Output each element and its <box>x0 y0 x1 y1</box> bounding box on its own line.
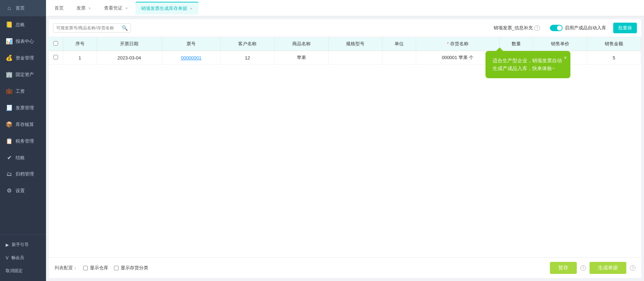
tab-voucher-close[interactable]: × <box>125 5 128 11</box>
pin-label: 取消固定 <box>6 268 23 274</box>
assets-icon: 🏢 <box>6 71 13 78</box>
show-warehouse-label: 显示仓库 <box>90 265 108 271</box>
tooltip-arrow <box>496 47 503 51</box>
row-customer: 12 <box>220 51 275 65</box>
tab-voucher[interactable]: 查看凭证 × <box>98 2 134 15</box>
sidebar-item-settings[interactable]: ⚙ 设置 <box>0 182 46 199</box>
payroll-icon: 💼 <box>6 88 13 94</box>
header-date: 开票日期 <box>97 37 162 51</box>
sidebar-item-label: 税务管理 <box>16 138 34 144</box>
tooltip-close-button[interactable]: × <box>564 54 567 62</box>
sidebar-item-label: 总账 <box>16 22 25 28</box>
sidebar-item-home[interactable]: ⌂ 首页 <box>0 0 46 16</box>
tab-generate[interactable]: 销项发票生成库存单据 × <box>136 2 199 15</box>
row-unit <box>383 51 416 65</box>
sidebar-item-invoice[interactable]: 🧾 发票管理 <box>0 99 46 116</box>
show-category-label: 显示存货分类 <box>121 265 148 271</box>
header-customer: 客户名称 <box>220 37 275 51</box>
sidebar-item-report[interactable]: 📊 报表中心 <box>0 33 46 50</box>
sidebar-bottom: ▶ 新手引导 V 畅会员 取消固定 <box>0 234 46 281</box>
sidebar-item-label: 设置 <box>16 188 25 194</box>
ticket-link[interactable]: 00000001 <box>181 55 201 61</box>
sidebar-item-tax[interactable]: 📋 税务管理 <box>0 133 46 149</box>
header-unit-price: 销售单价 <box>533 37 587 51</box>
tab-generate-close[interactable]: × <box>189 6 193 11</box>
sidebar-item-member[interactable]: V 畅会员 <box>0 251 46 264</box>
row-product: 苹果 <box>275 51 329 65</box>
sidebar-item-payroll[interactable]: 💼 工资 <box>0 83 46 99</box>
member-icon: V <box>6 256 8 260</box>
row-checkbox-cell <box>49 51 63 65</box>
sidebar-item-assets[interactable]: 🏢 固定资产 <box>0 66 46 83</box>
sidebar-item-funds[interactable]: 💰 资金管理 <box>0 50 46 66</box>
footer-config-label: 列表配置： <box>54 265 77 271</box>
tooltip-popup: × 适合生产型企业，销项发票自动生成产成品入库，快来体验~ <box>485 51 570 78</box>
batch-button[interactable]: 批量操 <box>613 23 637 33</box>
row-seq: 1 <box>63 51 97 65</box>
search-box[interactable]: 🔍 <box>53 23 131 33</box>
row-ticket-no[interactable]: 00000001 <box>162 51 220 65</box>
main-area: 首页 发票 × 查看凭证 × 销项发票生成库存单据 × 🔍 销项发票_信息补充 … <box>46 0 644 281</box>
sidebar-item-label: 畅会员 <box>11 255 24 261</box>
generate-button[interactable]: 生成单据 <box>590 262 626 274</box>
table-header-row: 序号 开票日期 票号 客户名称 商品名称 规格型号 单位 * 存货名称 数量 销… <box>49 37 641 51</box>
tab-voucher-label: 查看凭证 <box>104 5 122 11</box>
archive-icon: 🗂 <box>6 171 13 177</box>
toolbar: 🔍 销项发票_信息补充 ? 启用产成品自动入库 批量操 <box>49 19 641 37</box>
sidebar-item-guide[interactable]: ▶ 新手引导 <box>0 238 46 251</box>
auto-warehouse-toggle[interactable] <box>550 25 563 31</box>
toggle-knob <box>557 25 562 30</box>
home-icon: ⌂ <box>6 5 13 11</box>
tab-invoice[interactable]: 发票 × <box>71 2 97 15</box>
sidebar-item-label: 资金管理 <box>16 55 34 61</box>
sidebar-item-label: 新手引导 <box>12 242 29 248</box>
search-input[interactable] <box>56 25 120 30</box>
report-icon: 📊 <box>6 38 13 45</box>
select-all-checkbox[interactable] <box>53 41 58 46</box>
sidebar-item-label: 库存核算 <box>16 121 34 128</box>
save-help-icon[interactable]: ? <box>580 265 586 271</box>
show-warehouse-checkbox[interactable]: 显示仓库 <box>83 265 108 271</box>
invoice-icon: 🧾 <box>6 104 13 111</box>
tab-generate-label: 销项发票生成库存单据 <box>141 5 187 12</box>
info-text: 销项发票_信息补充 <box>494 25 533 31</box>
tab-home[interactable]: 首页 <box>49 2 69 15</box>
row-checkbox[interactable] <box>53 55 58 59</box>
header-ticket-no: 票号 <box>162 37 220 51</box>
tooltip-text: 适合生产型企业，销项发票自动生成产成品入库，快来体验~ <box>493 58 562 71</box>
sidebar-item-label: 首页 <box>16 5 25 11</box>
show-warehouse-input[interactable] <box>83 266 88 270</box>
sidebar-item-label: 工资 <box>16 88 25 94</box>
tab-home-label: 首页 <box>54 5 64 11</box>
header-model: 规格型号 <box>328 37 383 51</box>
save-button[interactable]: 暂存 <box>550 262 577 274</box>
header-inventory: * 存货名称 <box>416 37 500 51</box>
row-model <box>328 51 383 65</box>
info-icon[interactable]: ? <box>534 25 540 31</box>
page-content: 🔍 销项发票_信息补充 ? 启用产成品自动入库 批量操 <box>49 19 641 278</box>
sidebar-item-label: 固定资产 <box>16 71 34 78</box>
sidebar-item-archive[interactable]: 🗂 归档管理 <box>0 166 46 182</box>
pin-button[interactable]: 取消固定 <box>0 264 46 277</box>
tab-invoice-label: 发票 <box>76 5 86 11</box>
tab-bar: 首页 发票 × 查看凭证 × 销项发票生成库存单据 × <box>46 0 644 16</box>
footer: 列表配置： 显示仓库 显示存货分类 暂存 ? 生成单据 ? <box>49 257 641 278</box>
show-category-checkbox[interactable]: 显示存货分类 <box>114 265 148 271</box>
settle-icon: ✔ <box>6 154 13 161</box>
generate-help-icon[interactable]: ? <box>630 265 636 271</box>
sidebar-item-inventory[interactable]: 📦 库存核算 <box>0 116 46 133</box>
show-category-input[interactable] <box>114 266 119 270</box>
header-product: 商品名称 <box>275 37 329 51</box>
sidebar-item-ledger[interactable]: 📒 总账 <box>0 16 46 33</box>
sidebar-item-settle[interactable]: ✔ 结账 <box>0 149 46 166</box>
tab-invoice-close[interactable]: × <box>88 5 91 11</box>
header-unit: 单位 <box>383 37 416 51</box>
search-icon[interactable]: 🔍 <box>122 25 128 31</box>
row-date: 2023-03-04 <box>97 51 162 65</box>
sidebar: ⌂ 首页 📒 总账 📊 报表中心 💰 资金管理 🏢 固定资产 💼 工资 🧾 发票… <box>0 0 46 281</box>
sidebar-item-label: 结账 <box>16 155 25 161</box>
sidebar-item-label: 发票管理 <box>16 105 34 111</box>
inventory-icon: 📦 <box>6 121 13 128</box>
header-quantity: 数量 <box>499 37 533 51</box>
info-label-area: 销项发票_信息补充 ? <box>494 25 540 31</box>
